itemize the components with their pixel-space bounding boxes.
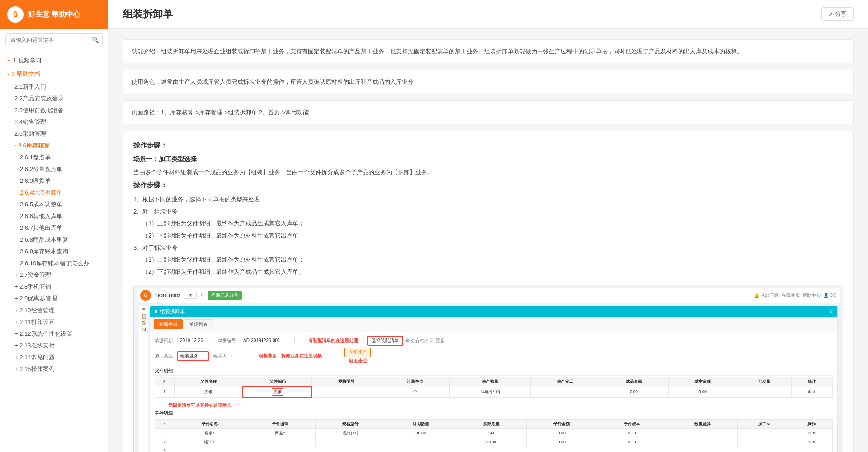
nav-sub-25[interactable]: 2.5采购管理 bbox=[0, 128, 108, 140]
nav-list: + 1.视频学习 - 2.帮助文档 2.1新手入门 2.2产品安装及登录 2.3… bbox=[0, 51, 108, 452]
nav-sub-267[interactable]: 2.6.7其他出库单 bbox=[0, 222, 108, 234]
annotation5-label: 无固定清单可以直接在这里录入 bbox=[155, 403, 231, 408]
intro-box: 功能介绍：组装拆卸单用来处理企业组装或拆卸等加工业务，支持有固定装配清单的产品加… bbox=[123, 39, 854, 63]
mock-type-value: 组装业务 bbox=[177, 351, 209, 361]
search-bar: 🔍 bbox=[0, 29, 108, 51]
mock-date-value: 2019-12-26 bbox=[177, 337, 213, 344]
mock-app-wrapper: 6 TEST-H002 ▼ ↻ 同期记录订单 🔔 App下载 在线客服 bbox=[134, 285, 843, 452]
mock-code-value: AD-20191226-001 bbox=[241, 337, 295, 344]
mock-company: TEST-H002 bbox=[155, 293, 180, 298]
nav-sub-263[interactable]: 2.6.3调拨单 bbox=[0, 175, 108, 187]
nav-sub-29[interactable]: + 2.9优惠券管理 bbox=[0, 293, 108, 305]
mock-enable-btn[interactable]: 立即处理 bbox=[344, 348, 371, 357]
expand-icon-1: + bbox=[7, 57, 10, 64]
nav-sub-266[interactable]: 2.6.6其他入库单 bbox=[0, 210, 108, 222]
nav-sub-212[interactable]: + 2.12系统个性化设置 bbox=[0, 328, 108, 340]
nav-sub-210[interactable]: + 2.10经营管理 bbox=[0, 305, 108, 316]
nav-sub-211[interactable]: + 2.11打印设置 bbox=[0, 316, 108, 328]
mock-close-btn[interactable]: ✕ bbox=[829, 309, 833, 314]
step-3-1: （1）上部明细为父件明细，最终作为原材料生成其它出库单； bbox=[133, 254, 843, 266]
ops-steps-title: 操作步骤： bbox=[133, 181, 843, 190]
path-box: 页面路径：1、库存核算->库存管理->组装拆卸单 2、首页->常用功能 bbox=[123, 100, 854, 124]
nav-sub-24[interactable]: 2.4销售管理 bbox=[0, 116, 108, 128]
step-2-1: （1）上部明细为父件明细，最终作为产成品生成其它入库单； bbox=[133, 218, 843, 229]
annotation4-label: 启用处理 bbox=[349, 358, 367, 364]
mock-refresh: ↻ bbox=[200, 293, 204, 298]
mock-upper-table-title: 父件明细 bbox=[155, 368, 833, 376]
nav-sub-213[interactable]: + 2.13在线支付 bbox=[0, 340, 108, 352]
nav-sub-215[interactable]: + 2.15操作案例 bbox=[0, 363, 108, 375]
search-icon: 🔍 bbox=[91, 36, 99, 43]
mock-annotation1-area: 有装配清单的在这里处理 → 选择装配清单 修改 存档 打印 更多 bbox=[308, 336, 445, 346]
mock-form-area: 单据日期 2019-12-26 单据编号 AD-20191226-001 有装配… bbox=[150, 332, 837, 452]
mock-bom-btn[interactable]: 选择装配清单 bbox=[367, 336, 403, 346]
annotation3-label: 组装业务、拆卸业务在这里切换 bbox=[259, 353, 322, 359]
share-icon: ↗ bbox=[828, 11, 833, 18]
mock-person bbox=[231, 355, 254, 357]
mock-type-label: 加工类型 bbox=[155, 353, 173, 359]
ops-title: 操作步骤： bbox=[133, 141, 843, 150]
nav-sub-265[interactable]: 2.6.5成本调整单 bbox=[0, 199, 108, 210]
role-box: 使用角色：通常由生产人员或库管人员完成拆装业务的操作，库管人员确认原材料的出库和… bbox=[123, 70, 854, 94]
nav-sub-269[interactable]: 2.6.9库存账本查询 bbox=[0, 246, 108, 257]
nav-sub-23[interactable]: 2.3使用前数据准备 bbox=[0, 105, 108, 116]
mock-date-label: 单据日期 bbox=[155, 338, 173, 344]
scene1-desc: 当由多个子件材料组装成一个成品的业务为【组装】业务，当由一个父件拆分成多个子产品… bbox=[133, 167, 843, 178]
main-content: 组装拆卸单 ↗ 分享 功能介绍：组装拆卸单用来处理企业组装或拆卸等加工业务，支持… bbox=[108, 0, 868, 452]
page-title: 组装拆卸单 bbox=[123, 7, 173, 21]
mock-left-icons: ☰ 📋 🏠 📊 bbox=[139, 306, 148, 452]
mock-window-area: ☰ 📋 🏠 📊 ≡ bbox=[137, 303, 840, 452]
nav-sub-262[interactable]: 2.6.2分量盘点单 bbox=[0, 163, 108, 175]
step-1: 1、根据不同的业务，选择不同单据的类型来处理 bbox=[133, 194, 843, 205]
mock-window: ≡ 组装拆卸单 ✕ 新建单据 单据列表 bbox=[150, 306, 837, 452]
nav-sub-2610[interactable]: 2.6.10库存账本错了怎么办 bbox=[0, 257, 108, 269]
mock-lower-table-title: 子件明细 bbox=[155, 410, 833, 418]
nav-sub-27[interactable]: + 2.7资金管理 bbox=[0, 269, 108, 281]
step-3: 3、对于拆装业务 bbox=[133, 243, 843, 254]
mock-logo: 6 bbox=[140, 290, 151, 301]
collapse-icon-26: - bbox=[14, 142, 16, 149]
nav-sub-268[interactable]: 2.6.8商品成本重算 bbox=[0, 234, 108, 246]
nav-sub-28[interactable]: + 2.8手机旺铺 bbox=[0, 281, 108, 293]
share-button[interactable]: ↗ 分享 bbox=[821, 7, 854, 21]
nav-section-1[interactable]: + 1.视频学习 bbox=[0, 54, 108, 67]
nav-sub-214[interactable]: + 2.14常见问题 bbox=[0, 352, 108, 363]
mock-tab-new[interactable]: 新建单据 bbox=[154, 319, 183, 329]
sidebar-header: 6 好生意 帮助中心 bbox=[0, 0, 108, 29]
nav-sub-21[interactable]: 2.1新手入门 bbox=[0, 81, 108, 93]
mock-main-area: ☰ 📋 🏠 📊 ≡ bbox=[139, 306, 837, 452]
content-area: 功能介绍：组装拆卸单用来处理企业组装或拆卸等加工业务，支持有固定装配清单的产品加… bbox=[108, 29, 868, 452]
mock-topbar-left: 6 TEST-H002 ▼ ↻ 同期记录订单 bbox=[140, 290, 242, 301]
mock-lower-table: # 子件名称 子件编码 规格型号 计划数量 实际用量 子件金额 bbox=[155, 419, 833, 452]
sidebar: 6 好生意 帮助中心 🔍 + 1.视频学习 - 2.帮助文档 2.1新手入门 2… bbox=[0, 0, 108, 452]
nav-sub-26[interactable]: - 2.6库存核算 bbox=[0, 140, 108, 152]
mock-dropdown: ▼ bbox=[184, 292, 197, 299]
nav-sub-264[interactable]: 2.6.4组装拆卸单 bbox=[0, 187, 108, 199]
step-2-2: （2）下部明细为子件明细，最终作为原材料生成其它出库单。 bbox=[133, 230, 843, 242]
mock-code-label: 单据编号 bbox=[218, 338, 236, 344]
step-3-2: （2）下部明细为子件明细，最终作为产成品生成其它入库单。 bbox=[133, 266, 843, 278]
nav-sub-261[interactable]: 2.6.1盘点单 bbox=[0, 152, 108, 163]
main-header: 组装拆卸单 ↗ 分享 bbox=[108, 0, 868, 29]
mock-tab-list[interactable]: 单据列表 bbox=[184, 319, 213, 329]
annotation1-label: 有装配清单的在这里处理 bbox=[308, 338, 358, 344]
mock-window-title: 组装拆卸单 bbox=[160, 308, 185, 315]
nav-section-2[interactable]: - 2.帮助文档 bbox=[0, 67, 108, 81]
mock-form-row1: 单据日期 2019-12-26 单据编号 AD-20191226-001 有装配… bbox=[155, 336, 833, 346]
steps-area: 操作步骤： 场景一：加工类型选择 当由多个子件材料组装成一个成品的业务为【组装】… bbox=[123, 131, 854, 452]
step-2: 2、对于组装业务 bbox=[133, 206, 843, 218]
mock-window-header: ≡ 组装拆卸单 ✕ bbox=[150, 306, 837, 317]
mock-app-topbar: 6 TEST-H002 ▼ ↻ 同期记录订单 🔔 App下载 在线客服 bbox=[137, 288, 840, 303]
mock-form-row2: 加工类型 组装业务 经手人 组装业务、拆卸业务在这里切换 bbox=[155, 348, 833, 364]
search-input[interactable] bbox=[5, 33, 103, 46]
mock-topbar-right: 🔔 App下载 在线客服 帮助中心 👤 CC bbox=[754, 292, 836, 299]
logo-icon: 6 bbox=[7, 6, 24, 23]
mock-tabs: 新建单据 单据列表 bbox=[150, 317, 837, 332]
screenshot: 6 TEST-H002 ▼ ↻ 同期记录订单 🔔 App下载 在线客服 bbox=[133, 285, 843, 452]
mock-upper-table: # 父件名称 父件编码 规格型号 计量单位 生产数量 生产完工 bbox=[155, 377, 833, 398]
nav-sub-22[interactable]: 2.2产品安装及登录 bbox=[0, 93, 108, 105]
mock-new-btn: 同期记录订单 bbox=[208, 291, 242, 300]
scene1-title: 场景一：加工类型选择 bbox=[133, 155, 843, 163]
annotation5-area: 无固定清单可以直接在这里录入 ↑ bbox=[155, 401, 833, 409]
app-title: 好生意 帮助中心 bbox=[28, 10, 80, 19]
